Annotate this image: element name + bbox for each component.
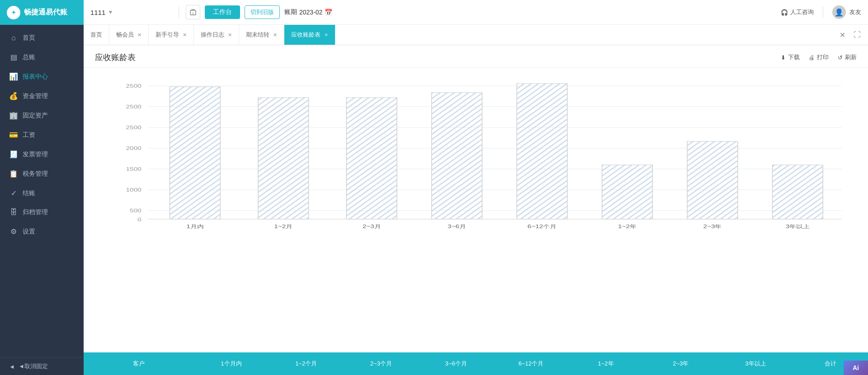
maximize-btn[interactable]: ⛶ (851, 28, 863, 41)
nav-icon-reports: 📊 (9, 72, 18, 81)
sidebar-label-invoice: 发票管理 (23, 150, 48, 159)
tab-close-oplog[interactable]: ✕ (228, 32, 232, 38)
tab-aging[interactable]: 应收账龄表✕ (284, 25, 335, 45)
sidebar-item-settings[interactable]: ⚙设置 (0, 222, 84, 241)
tab-period_end[interactable]: 期末结转✕ (239, 25, 284, 45)
tab-label-guide: 新手引导 (156, 31, 179, 39)
svg-text:500: 500 (130, 208, 142, 213)
content-header: 应收账龄表 ⬇ 下载 🖨 打印 ↺ 刷新 (84, 45, 868, 68)
bar-7 (687, 141, 738, 219)
sidebar-item-ledger[interactable]: ▤总账 (0, 47, 84, 67)
print-btn[interactable]: 🖨 打印 (809, 53, 829, 61)
svg-text:2~3年: 2~3年 (703, 224, 722, 229)
nav-icon-archive: 🗄 (9, 208, 18, 216)
consultant-btn[interactable]: 🎧 人工咨询 (781, 8, 814, 16)
tab-label-period_end: 期末结转 (246, 31, 269, 39)
tab-member[interactable]: 畅会员✕ (109, 25, 149, 45)
tab-label-member: 畅会员 (116, 31, 134, 39)
workbench-button[interactable]: 工作台 (205, 5, 240, 19)
main-area: 1111 ▼ 工作台 切到旧版 账期 2023-02 📅 🎧 人工咨询 👤 (84, 0, 868, 375)
tabs-bar: 首页畅会员✕新手引导✕操作日志✕期末结转✕应收账龄表✕ ✕ ⛶ (84, 25, 868, 45)
nav-icon-settings: ⚙ (9, 227, 18, 236)
sidebar-item-invoice[interactable]: 🧾发票管理 (0, 145, 84, 164)
avatar: 👤 (832, 5, 846, 19)
svg-text:2500: 2500 (126, 104, 142, 109)
tabs-actions: ✕ ⛶ (831, 25, 868, 45)
page-title: 应收账龄表 (95, 52, 136, 63)
close-all-btn[interactable]: ✕ (836, 28, 849, 41)
tab-guide[interactable]: 新手引导✕ (149, 25, 194, 45)
sidebar-menu: ⌂首页▤总账📊报表中心💰资金管理🏢固定资产💳工资🧾发票管理📋税务管理✓结账🗄归档… (0, 25, 84, 357)
sidebar-collapse-btn[interactable]: ◄ ◄取消固定 (0, 357, 84, 375)
calendar-icon[interactable]: 📅 (325, 9, 332, 16)
tab-label-oplog: 操作日志 (201, 31, 224, 39)
svg-text:3~6月: 3~6月 (448, 224, 466, 229)
svg-rect-1 (192, 12, 194, 15)
sidebar-label-settings: 设置 (23, 228, 35, 236)
header-divider-2 (823, 7, 823, 18)
headset-icon: 🎧 (781, 9, 788, 16)
tab-close-guide[interactable]: ✕ (183, 32, 187, 38)
sidebar-item-reports[interactable]: 📊报表中心 (0, 67, 84, 86)
sidebar-item-assets[interactable]: 🏢固定资产 (0, 106, 84, 125)
nav-icon-invoice: 🧾 (9, 150, 18, 159)
company-name: 1111 (90, 9, 105, 16)
bar-3 (346, 98, 397, 219)
nav-icon-funds: 💰 (9, 92, 18, 100)
aging-chart: 2500 2500 2500 2000 1500 1000 500 0 (97, 77, 854, 248)
refresh-label: 刷新 (845, 53, 857, 61)
chart-svg: 2500 2500 2500 2000 1500 1000 500 0 (97, 77, 854, 248)
sidebar-item-checkout[interactable]: ✓结账 (0, 183, 84, 203)
svg-text:1500: 1500 (126, 166, 142, 172)
content-actions: ⬇ 下载 🖨 打印 ↺ 刷新 (781, 53, 857, 61)
tab-oplog[interactable]: 操作日志✕ (194, 25, 239, 45)
tab-label-aging: 应收账龄表 (291, 31, 321, 39)
sidebar-item-archive[interactable]: 🗄归档管理 (0, 203, 84, 222)
print-label: 打印 (817, 53, 829, 61)
refresh-btn[interactable]: ↺ 刷新 (838, 53, 857, 61)
table-col-8: 3年以上 (718, 360, 793, 368)
switch-version-button[interactable]: 切到旧版 (245, 5, 280, 19)
svg-text:2~3月: 2~3月 (363, 224, 381, 229)
sidebar-label-home: 首页 (23, 34, 35, 42)
sidebar: ✦ 畅捷通易代账 ⌂首页▤总账📊报表中心💰资金管理🏢固定资产💳工资🧾发票管理📋税… (0, 0, 84, 375)
collapse-label: ◄取消固定 (19, 362, 48, 370)
header: 1111 ▼ 工作台 切到旧版 账期 2023-02 📅 🎧 人工咨询 👤 (84, 0, 868, 25)
period-info: 账期 2023-02 📅 (284, 8, 332, 16)
svg-text:1000: 1000 (126, 187, 142, 192)
sidebar-item-tax[interactable]: 📋税务管理 (0, 164, 84, 183)
table-col-5: 6~12个月 (493, 360, 568, 368)
company-selector[interactable]: 1111 ▼ (90, 9, 172, 16)
sidebar-label-reports: 报表中心 (23, 73, 48, 81)
logo-icon: ✦ (7, 6, 20, 19)
tab-close-period_end[interactable]: ✕ (273, 32, 277, 38)
company-icon-btn[interactable] (186, 5, 200, 19)
bar-6 (602, 165, 653, 219)
tab-close-member[interactable]: ✕ (137, 32, 142, 38)
sidebar-label-salary: 工资 (23, 131, 35, 139)
download-icon: ⬇ (781, 54, 786, 61)
bar-1 (170, 87, 221, 219)
svg-text:0: 0 (137, 217, 142, 222)
tab-home[interactable]: 首页 (84, 25, 109, 45)
bar-4 (432, 93, 482, 219)
nav-icon-salary: 💳 (9, 131, 18, 139)
sidebar-item-funds[interactable]: 💰资金管理 (0, 86, 84, 106)
header-right: 🎧 人工咨询 👤 友友 (781, 5, 861, 19)
download-btn[interactable]: ⬇ 下载 (781, 53, 800, 61)
sidebar-label-funds: 资金管理 (23, 92, 48, 100)
collapse-icon: ◄ (9, 363, 15, 370)
period-value: 2023-02 (299, 9, 322, 16)
tab-label-home: 首页 (90, 31, 102, 39)
user-menu[interactable]: 👤 友友 (832, 5, 861, 19)
sidebar-label-archive: 归档管理 (23, 208, 48, 216)
sidebar-item-home[interactable]: ⌂首页 (0, 28, 84, 47)
company-dropdown-icon: ▼ (108, 9, 113, 15)
sidebar-item-salary[interactable]: 💳工资 (0, 125, 84, 145)
tab-close-aging[interactable]: ✕ (324, 32, 328, 38)
building-icon (189, 9, 197, 16)
nav-icon-home: ⌂ (9, 34, 18, 42)
ai-badge[interactable]: Ai (844, 361, 868, 375)
table-col-6: 1~2年 (568, 360, 643, 368)
bar-5 (517, 84, 567, 219)
